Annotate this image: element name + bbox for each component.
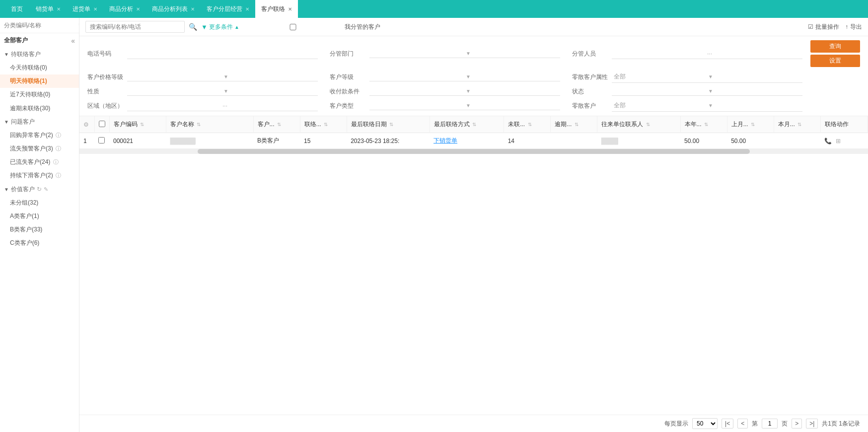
- sidebar-item-today-contact[interactable]: 今天待联络(0): [0, 61, 79, 74]
- col-this-month[interactable]: 本月... ⇅: [774, 116, 820, 133]
- filter-phone-input[interactable]: [127, 49, 318, 59]
- sort-icon: ⇅: [277, 122, 281, 127]
- query-button[interactable]: 查询: [810, 40, 860, 53]
- page-prev-button[interactable]: <: [737, 419, 748, 429]
- nav-product-analysis-list[interactable]: 商品分析列表 ✕: [146, 0, 201, 18]
- filter-row-4: 区域（地区） ··· 客户类型 ▼ 零散客户: [87, 100, 860, 112]
- refresh-icon[interactable]: ↻: [37, 186, 42, 193]
- filter-status-select[interactable]: ▼: [612, 87, 802, 96]
- filter-manager-select[interactable]: ···: [612, 49, 802, 59]
- filter-dept-select[interactable]: ▼: [369, 49, 560, 58]
- filter-customer-level-select[interactable]: ▼: [369, 72, 560, 81]
- col-name[interactable]: 客户名称 ⇅: [166, 116, 253, 133]
- more-icon[interactable]: ···: [222, 102, 316, 109]
- search-button[interactable]: 🔍: [189, 23, 197, 31]
- settings-button[interactable]: 设置: [810, 55, 860, 67]
- nav-customer-contact[interactable]: 客户联络 ✕: [255, 0, 298, 18]
- nav-customer-tier[interactable]: 客户分层经营 ✕: [201, 0, 255, 18]
- col-code[interactable]: 客户编码 ⇅: [109, 116, 166, 133]
- sidebar-item-class-c[interactable]: C类客户(6): [0, 236, 79, 250]
- page-number-input[interactable]: [762, 419, 778, 429]
- all-customers-header[interactable]: 全部客户 «: [0, 33, 79, 48]
- col-uncontacted[interactable]: 未联... ⇅: [504, 116, 551, 133]
- filter-payment-terms-select[interactable]: ▼: [369, 87, 560, 96]
- sidebar-item-class-a[interactable]: A类客户(1): [0, 210, 79, 223]
- filter-nature-select[interactable]: ▼: [127, 87, 318, 96]
- collapse-icon[interactable]: «: [71, 37, 75, 45]
- sidebar-item-overdue-contact[interactable]: 逾期未联络(30): [0, 102, 79, 115]
- batch-op-button[interactable]: ☑ 批量操作: [808, 23, 839, 31]
- sidebar-item-7day-contact[interactable]: 近7天待联络(0): [0, 88, 79, 101]
- close-icon[interactable]: ✕: [288, 6, 292, 12]
- sidebar-search-input[interactable]: [4, 22, 78, 29]
- filter-nature-label: 性质: [87, 87, 127, 96]
- per-page-select[interactable]: 50 100 200: [692, 418, 718, 429]
- sidebar-item-churn-warning[interactable]: 流失预警客户(3) ⓘ: [0, 142, 79, 155]
- page-next-button[interactable]: >: [792, 419, 802, 429]
- settings-icon[interactable]: ⚙: [83, 121, 89, 128]
- row-checkbox[interactable]: [98, 137, 105, 144]
- sort-icon: ⇅: [197, 122, 201, 127]
- chevron-down-icon: ▼: [223, 88, 316, 94]
- sidebar-item-declining[interactable]: 持续下滑客户(2) ⓘ: [0, 169, 79, 182]
- edit-icon[interactable]: ✎: [44, 186, 48, 193]
- grid-action-icon[interactable]: ⊞: [836, 138, 841, 144]
- more-filters-button[interactable]: ▼ 更多条件 ▲: [201, 23, 239, 31]
- sidebar-item-repurchase-abnormal[interactable]: 回购异常客户(2) ⓘ: [0, 129, 79, 142]
- filter-customer-type-select[interactable]: ▼: [369, 101, 560, 110]
- close-icon[interactable]: ✕: [245, 6, 249, 12]
- sidebar-item-tomorrow-contact[interactable]: 明天待联络(1): [0, 74, 79, 88]
- table-header-row: ⚙ 客户编码 ⇅ 客户名称 ⇅: [79, 116, 868, 133]
- sidebar-item-class-b[interactable]: B类客户(33): [0, 223, 79, 236]
- group-value-customers[interactable]: ▼ 价值客户 ↻ ✎: [0, 183, 79, 196]
- info-icon: ⓘ: [56, 132, 61, 138]
- table-horizontal-scrollbar[interactable]: [79, 149, 868, 154]
- group-pending-contact[interactable]: ▼ 待联络客户: [0, 48, 79, 61]
- filter-region-select[interactable]: ···: [127, 101, 318, 111]
- per-page-label: 每页显示: [664, 420, 688, 428]
- filter-nature: 性质 ▼: [87, 87, 318, 96]
- select-all-checkbox[interactable]: [99, 121, 105, 127]
- filter-retail-customer: 零散客户 全部 ▼: [572, 100, 802, 112]
- nav-sales-order[interactable]: 销货单 ✕: [30, 0, 67, 18]
- sidebar-item-churned[interactable]: 已流失客户(24) ⓘ: [0, 155, 79, 169]
- col-last-month[interactable]: 上月... ⇅: [727, 116, 774, 133]
- page-last-button[interactable]: >|: [806, 419, 818, 429]
- my-customers-checkbox-label[interactable]: 我分管的客户: [243, 23, 380, 31]
- filter-action-buttons: 查询 设置: [810, 40, 860, 67]
- customers-table: ⚙ 客户编码 ⇅ 客户名称 ⇅: [79, 116, 868, 149]
- filter-price-level-select[interactable]: ▼: [127, 72, 318, 81]
- search-input[interactable]: [85, 21, 185, 33]
- phone-action-icon[interactable]: 📞: [824, 138, 832, 144]
- nav-product-analysis[interactable]: 商品分析 ✕: [103, 0, 146, 18]
- col-settings: ⚙: [79, 116, 94, 133]
- filter-retail-attr: 零散客户属性 全部 ▼: [572, 71, 802, 83]
- col-last-contact-method[interactable]: 最后联络方式 ⇅: [430, 116, 504, 133]
- col-overdue[interactable]: 逾期... ⇅: [551, 116, 597, 133]
- col-type[interactable]: 客户... ⇅: [253, 116, 300, 133]
- close-icon[interactable]: ✕: [57, 6, 61, 12]
- export-button[interactable]: ↑ 导出: [845, 23, 862, 31]
- col-contact-count[interactable]: 联络... ⇅: [300, 116, 347, 133]
- my-customers-checkbox[interactable]: [243, 24, 343, 30]
- col-this-year[interactable]: 本年... ⇅: [680, 116, 727, 133]
- group-problem-customers[interactable]: ▼ 问题客户: [0, 115, 79, 129]
- nav-purchase-order[interactable]: 进货单 ✕: [67, 0, 103, 18]
- close-icon[interactable]: ✕: [93, 6, 97, 12]
- col-last-contact-date[interactable]: 最后联络日期 ⇅: [347, 116, 430, 133]
- filter-retail-attr-select[interactable]: 全部 ▼: [612, 71, 802, 83]
- sort-icon: ⇅: [324, 122, 328, 127]
- col-contact-person[interactable]: 往来单位联系人 ⇅: [597, 116, 680, 133]
- chevron-down-icon: ▼: [708, 103, 800, 108]
- sidebar-item-ungrouped[interactable]: 未分组(32): [0, 196, 79, 210]
- page-first-button[interactable]: |<: [722, 419, 733, 429]
- more-icon[interactable]: ···: [707, 50, 800, 57]
- last-contact-method-link[interactable]: 下销货单: [434, 137, 457, 144]
- cell-checkbox: [94, 133, 109, 149]
- scrollbar-thumb[interactable]: [198, 149, 750, 154]
- filter-retail-customer-select[interactable]: 全部 ▼: [612, 100, 802, 112]
- sort-icon: ⇅: [704, 122, 708, 127]
- close-icon[interactable]: ✕: [191, 6, 195, 12]
- close-icon[interactable]: ✕: [136, 6, 140, 12]
- nav-home[interactable]: 首页: [4, 0, 30, 18]
